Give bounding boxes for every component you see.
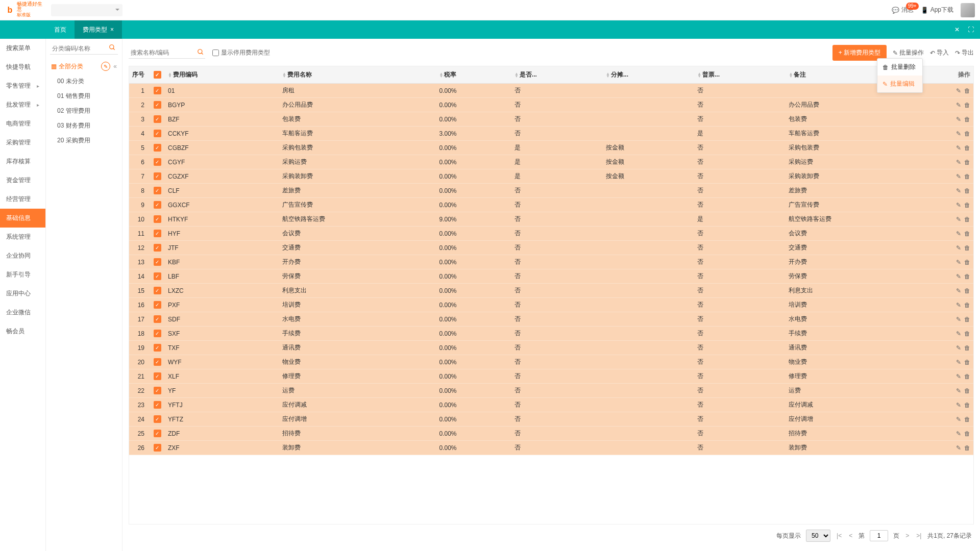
edit-row-icon[interactable]: ✎ (956, 244, 961, 252)
category-edit-icon[interactable]: ✎ (101, 62, 110, 71)
table-row[interactable]: 24✓YFTZ应付调增0.00%否否应付调增✎🗑 (129, 412, 973, 427)
col-checkbox[interactable]: ✓ (150, 66, 165, 84)
edit-row-icon[interactable]: ✎ (956, 402, 961, 409)
nav-item[interactable]: 经营管理 (0, 190, 45, 209)
batch-op-button[interactable]: ✎ 批量操作 (893, 48, 924, 57)
category-item[interactable]: 00 未分类 (46, 74, 122, 89)
nav-item[interactable]: 批发管理▸ (0, 95, 45, 114)
delete-row-icon[interactable]: 🗑 (964, 230, 970, 237)
delete-row-icon[interactable]: 🗑 (964, 444, 970, 452)
row-checkbox[interactable]: ✓ (154, 444, 161, 452)
delete-row-icon[interactable]: 🗑 (964, 416, 970, 423)
table-row[interactable]: 8✓CLF差旅费0.00%否否差旅费✎🗑 (129, 184, 973, 198)
import-button[interactable]: ↶ 导入 (930, 48, 949, 57)
col-name[interactable]: ▲▼费用名称 (279, 66, 436, 84)
col-ticket[interactable]: ▲▼普票... (694, 66, 786, 84)
delete-row-icon[interactable]: 🗑 (964, 373, 970, 380)
edit-row-icon[interactable]: ✎ (956, 444, 961, 452)
edit-row-icon[interactable]: ✎ (956, 302, 961, 309)
edit-row-icon[interactable]: ✎ (956, 373, 961, 380)
tab-fullscreen-icon[interactable]: ⛶ (966, 24, 976, 35)
prev-page-button[interactable]: < (848, 532, 853, 539)
table-row[interactable]: 15✓LXZC利息支出0.00%否否利息支出✎🗑 (129, 284, 973, 298)
nav-item[interactable]: 企业微信 (0, 303, 45, 322)
row-checkbox[interactable]: ✓ (154, 130, 161, 137)
row-checkbox[interactable]: ✓ (154, 372, 161, 380)
table-row[interactable]: 14✓LBF劳保费0.00%否否劳保费✎🗑 (129, 269, 973, 284)
batch-delete-item[interactable]: 🗑 批量删除 (877, 59, 922, 76)
delete-row-icon[interactable]: 🗑 (964, 344, 970, 352)
close-icon[interactable]: × (110, 20, 114, 39)
edit-row-icon[interactable]: ✎ (956, 273, 961, 280)
category-item[interactable]: 03 财务费用 (46, 118, 122, 133)
edit-row-icon[interactable]: ✎ (956, 116, 961, 123)
delete-row-icon[interactable]: 🗑 (964, 302, 970, 309)
edit-row-icon[interactable]: ✎ (956, 173, 961, 180)
table-row[interactable]: 5✓CGBZF采购包装费0.00%是按金额否采购包装费✎🗑 (129, 141, 973, 155)
row-checkbox[interactable]: ✓ (154, 158, 161, 166)
col-seq[interactable]: 序号 (129, 66, 150, 84)
table-row[interactable]: 4✓CCKYF车船客运费3.00%否是车船客运费✎🗑 (129, 127, 973, 141)
delete-row-icon[interactable]: 🗑 (964, 216, 970, 223)
table-row[interactable]: 22✓YF运费0.00%否否运费✎🗑 (129, 384, 973, 398)
table-row[interactable]: 9✓GGXCF广告宣传费0.00%否否广告宣传费✎🗑 (129, 198, 973, 212)
row-checkbox[interactable]: ✓ (154, 201, 161, 209)
message-button[interactable]: 💬 消息 99+ (892, 6, 914, 14)
category-search-input[interactable] (50, 43, 118, 55)
col-rate[interactable]: ▲▼税率 (436, 66, 511, 84)
search-icon[interactable] (197, 48, 204, 56)
table-row[interactable]: 12✓JTF交通费0.00%否否交通费✎🗑 (129, 241, 973, 255)
delete-row-icon[interactable]: 🗑 (964, 402, 970, 409)
edit-row-icon[interactable]: ✎ (956, 187, 961, 194)
row-checkbox[interactable]: ✓ (154, 115, 161, 123)
delete-row-icon[interactable]: 🗑 (964, 244, 970, 252)
table-row[interactable]: 6✓CGYF采购运费0.00%是按金额否采购运费✎🗑 (129, 155, 973, 169)
category-all[interactable]: ▦ 全部分类 (51, 62, 83, 71)
delete-row-icon[interactable]: 🗑 (964, 144, 970, 152)
nav-item[interactable]: 采购管理 (0, 133, 45, 152)
first-page-button[interactable]: |< (836, 532, 843, 539)
table-row[interactable]: 19✓TXF通讯费0.00%否否通讯费✎🗑 (129, 341, 973, 355)
delete-row-icon[interactable]: 🗑 (964, 202, 970, 209)
row-checkbox[interactable]: ✓ (154, 272, 161, 280)
nav-item[interactable]: 快捷导航 (0, 58, 45, 77)
edit-row-icon[interactable]: ✎ (956, 102, 961, 109)
table-row[interactable]: 18✓SXF手续费0.00%否否手续费✎🗑 (129, 327, 973, 341)
row-checkbox[interactable]: ✓ (154, 315, 161, 323)
tab-close-all-icon[interactable]: ✕ (952, 24, 962, 35)
edit-row-icon[interactable]: ✎ (956, 130, 961, 137)
table-row[interactable]: 7✓CGZXF采购装卸费0.00%是按金额否采购装卸费✎🗑 (129, 169, 973, 184)
row-checkbox[interactable]: ✓ (154, 330, 161, 337)
row-checkbox[interactable]: ✓ (154, 358, 161, 366)
edit-row-icon[interactable]: ✎ (956, 430, 961, 437)
tab-fee-type[interactable]: 费用类型 × (75, 20, 122, 39)
row-checkbox[interactable]: ✓ (154, 430, 161, 437)
edit-row-icon[interactable]: ✎ (956, 202, 961, 209)
delete-row-icon[interactable]: 🗑 (964, 159, 970, 166)
search-icon[interactable] (109, 44, 116, 51)
category-item[interactable]: 02 管理费用 (46, 104, 122, 118)
edit-row-icon[interactable]: ✎ (956, 387, 961, 394)
edit-row-icon[interactable]: ✎ (956, 344, 961, 352)
row-checkbox[interactable]: ✓ (154, 301, 161, 309)
delete-row-icon[interactable]: 🗑 (964, 173, 970, 180)
row-checkbox[interactable]: ✓ (154, 258, 161, 266)
nav-item[interactable]: 新手引导 (0, 265, 45, 284)
delete-row-icon[interactable]: 🗑 (964, 187, 970, 194)
table-row[interactable]: 11✓HYF会议费0.00%否否会议费✎🗑 (129, 227, 973, 241)
edit-row-icon[interactable]: ✎ (956, 287, 961, 294)
col-share[interactable]: ▲▼分摊... (603, 66, 694, 84)
row-checkbox[interactable]: ✓ (154, 230, 161, 237)
next-page-button[interactable]: > (904, 532, 910, 539)
app-download-button[interactable]: 📱 App下载 (921, 6, 953, 14)
per-page-select[interactable]: 50 (806, 530, 830, 542)
table-row[interactable]: 16✓PXF培训费0.00%否否培训费✎🗑 (129, 298, 973, 312)
row-checkbox[interactable]: ✓ (154, 387, 161, 394)
delete-row-icon[interactable]: 🗑 (964, 330, 970, 337)
table-row[interactable]: 17✓SDF水电费0.00%否否水电费✎🗑 (129, 312, 973, 327)
row-checkbox[interactable]: ✓ (154, 144, 161, 152)
nav-item[interactable]: 资金管理 (0, 171, 45, 190)
edit-row-icon[interactable]: ✎ (956, 230, 961, 237)
edit-row-icon[interactable]: ✎ (956, 316, 961, 323)
collapse-icon[interactable]: « (113, 63, 117, 70)
